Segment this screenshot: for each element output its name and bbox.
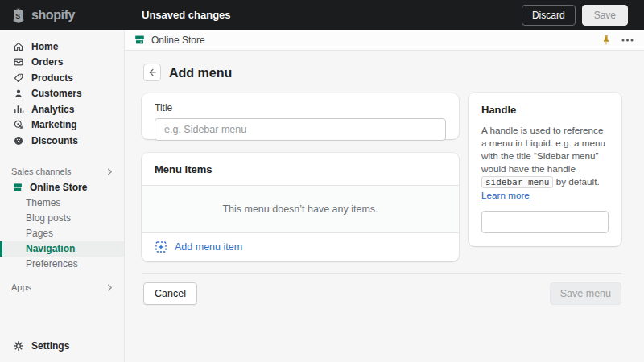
storefront-icon: [134, 34, 146, 46]
title-card: Title: [142, 93, 459, 139]
sales-channels-label: Sales channels: [11, 167, 72, 176]
sidebar-item-label: Customers: [31, 88, 82, 99]
sidebar-item-label: Blog posts: [26, 212, 71, 224]
add-item-dashed-plus-icon: [155, 241, 167, 253]
add-menu-item-link[interactable]: Add menu item: [175, 241, 242, 253]
sidebar-item-label: Products: [31, 72, 73, 84]
sidebar-item-label: Online Store: [30, 182, 87, 193]
handle-code-sample: sidebar-menu: [481, 176, 553, 188]
page-actions-divider: [142, 273, 621, 274]
handle-input[interactable]: [481, 211, 609, 233]
handle-description-text: by default.: [553, 176, 599, 187]
sidebar-item-analytics[interactable]: Analytics: [0, 101, 124, 117]
orders-icon: [13, 56, 24, 68]
storefront-icon: [12, 182, 23, 193]
pin-button[interactable]: [601, 35, 611, 46]
more-actions-button[interactable]: [621, 39, 634, 42]
marketing-icon: [13, 119, 24, 130]
handle-description-text: A handle is used to reference a menu in …: [481, 125, 605, 174]
sidebar-item-label: Orders: [31, 56, 63, 68]
cancel-button[interactable]: Cancel: [143, 282, 197, 305]
add-menu-item-action[interactable]: Add menu item: [142, 233, 459, 261]
menu-items-empty-state: This menu doesn’t have any items.: [142, 185, 459, 233]
topbar-actions: Discard Save: [522, 5, 628, 26]
save-menu-button[interactable]: Save menu: [550, 282, 621, 305]
handle-card: Handle A handle is used to reference a m…: [469, 93, 621, 246]
unsaved-changes-status: Unsaved changes: [142, 9, 231, 21]
sidebar-item-navigation[interactable]: Navigation: [0, 241, 124, 257]
sidebar-item-customers[interactable]: Customers: [0, 86, 124, 102]
handle-description: A handle is used to reference a menu in …: [481, 124, 609, 202]
apps-label: Apps: [11, 282, 31, 292]
arrow-left-icon: [147, 67, 158, 78]
chevron-right-icon: [106, 168, 114, 175]
sidebar-item-online-store[interactable]: Online Store: [0, 179, 124, 195]
sidebar-item-themes[interactable]: Themes: [0, 195, 124, 211]
sidebar-item-label: Home: [31, 41, 58, 52]
menu-items-card-title: Menu items: [155, 163, 213, 175]
sidebar-item-discounts[interactable]: Discounts: [0, 133, 124, 149]
home-icon: [13, 41, 24, 52]
sidebar-section-apps[interactable]: Apps: [0, 280, 124, 295]
pin-icon: [601, 35, 611, 46]
chevron-right-icon: [106, 284, 114, 291]
sidebar-item-products[interactable]: Products: [0, 70, 124, 86]
sidebar-section-sales-channels[interactable]: Sales channels: [0, 164, 124, 179]
analytics-icon: [13, 104, 24, 115]
discard-button[interactable]: Discard: [522, 5, 576, 26]
sidebar-item-label: Navigation: [26, 243, 75, 254]
sidebar-item-settings[interactable]: Settings: [0, 338, 123, 354]
save-button[interactable]: Save: [582, 5, 628, 26]
sidebar: Home Orders Products Customers Analytics…: [0, 30, 125, 362]
sidebar-item-orders[interactable]: Orders: [0, 55, 124, 71]
channel-label: Online Store: [151, 35, 205, 46]
sidebar-item-label: Discounts: [31, 135, 78, 146]
customers-icon: [13, 88, 24, 99]
title-input[interactable]: [155, 118, 446, 141]
title-field-label: Title: [155, 102, 446, 113]
sidebar-item-marketing[interactable]: Marketing: [0, 117, 124, 134]
main-content: Add menu Title Menu items This menu does…: [125, 51, 644, 362]
handle-card-title: Handle: [481, 104, 609, 116]
sidebar-item-label: Preferences: [26, 258, 78, 269]
svg-text:S: S: [15, 12, 20, 20]
empty-state-text: This menu doesn’t have any items.: [222, 204, 378, 215]
sidebar-item-pages[interactable]: Pages: [0, 226, 124, 241]
sidebar-item-label: Pages: [26, 228, 53, 239]
shopify-wordmark: shopify: [31, 8, 75, 23]
shopify-bag-icon: S: [10, 6, 27, 24]
sidebar-item-label: Themes: [26, 197, 60, 208]
sidebar-item-blog-posts[interactable]: Blog posts: [0, 211, 124, 226]
menu-items-card: Menu items This menu doesn’t have any it…: [142, 153, 459, 261]
sidebar-item-label: Settings: [31, 340, 69, 352]
discounts-icon: [13, 135, 24, 146]
sidebar-item-preferences[interactable]: Preferences: [0, 257, 124, 272]
online-store-channel[interactable]: Online Store: [134, 34, 205, 46]
sidebar-item-label: Marketing: [31, 119, 77, 130]
learn-more-link[interactable]: Learn more: [481, 190, 530, 200]
ellipsis-icon: [621, 39, 634, 42]
sidebar-item-label: Analytics: [31, 104, 74, 115]
back-button[interactable]: [143, 64, 161, 81]
top-bar: S shopify Unsaved changes Discard Save: [0, 0, 644, 30]
products-icon: [13, 72, 24, 84]
sidebar-item-home[interactable]: Home: [0, 39, 124, 55]
gear-icon: [13, 340, 24, 352]
shopify-logo[interactable]: S shopify: [10, 0, 75, 30]
page-title: Add menu: [169, 66, 232, 80]
channel-header-bar: Online Store: [125, 30, 644, 51]
